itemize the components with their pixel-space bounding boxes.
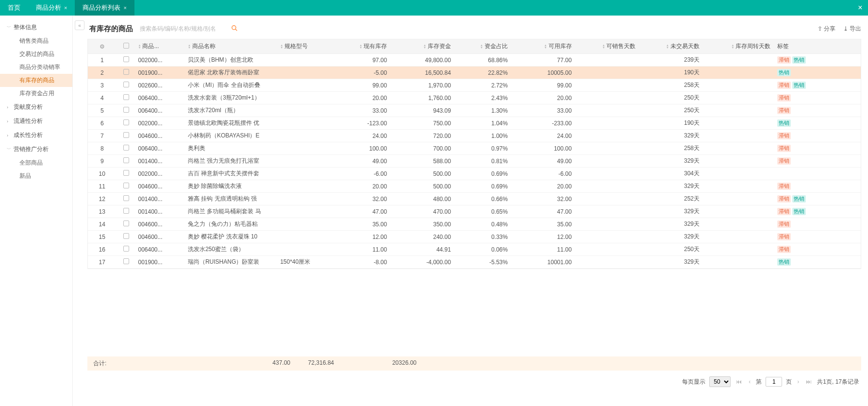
row-checkbox[interactable]: [123, 69, 129, 75]
column-header[interactable]: 标签: [775, 39, 861, 54]
page-first-icon[interactable]: ⏮: [734, 378, 743, 385]
row-checkbox[interactable]: [123, 132, 129, 138]
column-header[interactable]: ▲▼商品...: [136, 39, 185, 54]
sidebar-item[interactable]: 销售类商品: [0, 34, 72, 48]
sidebar-group[interactable]: ﹀营销推广分析: [0, 142, 72, 156]
table-row[interactable]: 12001400...雅高 挂钩 无痕透明粘钩 强32.00480.000.66…: [88, 193, 861, 205]
page-input[interactable]: [766, 377, 782, 387]
tab-close-icon[interactable]: ×: [64, 5, 67, 11]
row-checkbox[interactable]: [123, 94, 129, 100]
sidebar-item[interactable]: 全部商品: [0, 156, 72, 169]
cell-avail: 11.00: [513, 243, 577, 256]
sort-icon[interactable]: ▲▼: [480, 44, 483, 49]
column-header[interactable]: ⚙: [88, 39, 117, 54]
sidebar-item[interactable]: 新品: [0, 169, 72, 183]
search-input[interactable]: [140, 25, 227, 32]
tab-close-icon[interactable]: ×: [123, 5, 126, 11]
sidebar-item[interactable]: 商品分类动销率: [0, 61, 72, 74]
tab-商品分析列表[interactable]: 商品分析列表×: [75, 0, 134, 16]
export-button[interactable]: ⤓ 导出: [843, 25, 861, 33]
column-header[interactable]: ▲▼库存周转天数: [704, 39, 775, 54]
per-page-select[interactable]: 50: [709, 376, 731, 387]
cell-selld: [577, 67, 641, 79]
table-row[interactable]: 11004600...奥妙 除菌除螨洗衣液20.00500.000.69%20.…: [88, 180, 861, 193]
column-header[interactable]: ▲▼库存资金: [392, 39, 456, 54]
table-row[interactable]: 10002000...吉百 禅意新中式玄关摆件套-6.00500.000.69%…: [88, 168, 861, 180]
row-checkbox[interactable]: [123, 208, 129, 214]
cell-notrade: 329天: [640, 231, 704, 243]
table-row[interactable]: 15004600...奥妙 樱花柔护 洗衣凝珠 1012.00240.000.3…: [88, 231, 861, 243]
sidebar-group[interactable]: ›成长性分析: [0, 128, 72, 142]
sort-icon[interactable]: ▲▼: [602, 44, 605, 49]
column-header[interactable]: ▲▼规格型号: [278, 39, 335, 54]
column-header[interactable]: ▲▼可销售天数: [577, 39, 641, 54]
sort-icon[interactable]: ▲▼: [666, 44, 669, 49]
table-row[interactable]: 3002600...小米（MI）雨伞 全自动折叠99.001,970.002.7…: [88, 79, 861, 92]
sidebar-group[interactable]: ›流通性分析: [0, 114, 72, 128]
share-button[interactable]: ⇪ 分享: [818, 25, 835, 33]
row-checkbox[interactable]: [123, 107, 129, 113]
sort-icon[interactable]: ▲▼: [423, 44, 426, 49]
summary-avail: 20326.00: [334, 359, 417, 368]
cell-tags: 滞销: [775, 231, 861, 243]
table-row[interactable]: 9001400...尚格兰 强力无痕免打孔浴室49.00588.000.81%4…: [88, 155, 861, 168]
sidebar-group[interactable]: ›贡献度分析: [0, 100, 72, 114]
table-row[interactable]: 2001900...偌思家 北欧客厅装饰画卧室-5.0016,500.8422.…: [88, 67, 861, 79]
row-checkbox[interactable]: [123, 56, 129, 62]
table-row[interactable]: 16006400...洗发水250蜜兰（袋）11.0044.910.06%11.…: [88, 243, 861, 256]
column-header[interactable]: ▲▼资金占比: [456, 39, 513, 54]
search-icon[interactable]: [231, 25, 238, 33]
row-checkbox[interactable]: [123, 195, 129, 201]
sidebar-group[interactable]: ﹀整体信息: [0, 20, 72, 34]
cell-avail: 100.00: [513, 142, 577, 155]
sort-icon[interactable]: ▲▼: [188, 44, 191, 49]
sort-icon[interactable]: ▲▼: [544, 44, 547, 49]
table-row[interactable]: 17001900...瑞尚（RUISHANG）卧室装150*40厘米-8.00-…: [88, 256, 861, 269]
page-last-icon[interactable]: ⏭: [804, 378, 813, 385]
table-row[interactable]: 6002000...景德镇北欧陶瓷花瓶摆件 优-123.00750.001.04…: [88, 117, 861, 130]
page-prev-icon[interactable]: ‹: [747, 378, 752, 385]
sidebar-group-label: 贡献度分析: [14, 103, 43, 111]
sidebar-item[interactable]: 交易过的商品: [0, 48, 72, 61]
row-checkbox[interactable]: [123, 170, 129, 176]
sort-icon[interactable]: ▲▼: [138, 44, 141, 49]
cell-fund: 350.00: [392, 218, 456, 231]
table-row[interactable]: 4006400...洗发水套装（3瓶720ml+1）20.001,760.002…: [88, 92, 861, 104]
column-header[interactable]: ▲▼商品名称: [186, 39, 278, 54]
close-all-icon[interactable]: ×: [852, 0, 868, 16]
tab-首页[interactable]: 首页: [0, 0, 28, 16]
gear-icon[interactable]: ⚙: [100, 43, 105, 50]
cell-stock: -8.00: [335, 256, 392, 269]
sort-icon[interactable]: ▲▼: [359, 44, 362, 49]
cell-spec: [278, 92, 335, 104]
column-header[interactable]: [117, 39, 136, 54]
row-checkbox[interactable]: [123, 258, 129, 264]
table-row[interactable]: 14004600...兔之力（兔の力）粘毛器粘35.00350.000.48%3…: [88, 218, 861, 231]
table-row[interactable]: 13001400...尚格兰 多功能马桶刷套装 马47.00470.000.65…: [88, 205, 861, 218]
tab-商品分析[interactable]: 商品分析×: [28, 0, 75, 16]
sort-icon[interactable]: ▲▼: [731, 44, 734, 49]
checkbox-all[interactable]: [123, 43, 129, 49]
table-row[interactable]: 8006400...奥利奥100.00700.000.97%100.00258天…: [88, 142, 861, 155]
row-checkbox[interactable]: [123, 119, 129, 125]
table-row[interactable]: 5006400...洗发水720ml（瓶）33.00943.091.30%33.…: [88, 104, 861, 117]
sidebar-item[interactable]: 有库存的商品: [0, 74, 72, 87]
cell-code: 004600...: [136, 231, 185, 243]
row-checkbox[interactable]: [123, 145, 129, 151]
table-row[interactable]: 1002000...贝汉美（BHM）创意北欧97.0049,800.0068.8…: [88, 54, 861, 67]
row-checkbox[interactable]: [123, 183, 129, 188]
sort-icon[interactable]: ▲▼: [280, 44, 283, 49]
row-checkbox[interactable]: [123, 220, 129, 226]
row-checkbox[interactable]: [123, 82, 129, 87]
sidebar-item[interactable]: 库存资金占用: [0, 87, 72, 100]
page-next-icon[interactable]: ›: [796, 378, 801, 385]
column-header[interactable]: ▲▼可用库存: [513, 39, 577, 54]
row-checkbox[interactable]: [123, 157, 129, 163]
cell-notrade: 250天: [640, 92, 704, 104]
column-header[interactable]: ▲▼未交易天数: [640, 39, 704, 54]
column-header[interactable]: ▲▼现有库存: [335, 39, 392, 54]
row-checkbox[interactable]: [123, 233, 129, 239]
row-checkbox[interactable]: [123, 246, 129, 252]
sidebar-collapse-icon[interactable]: «: [75, 20, 84, 30]
table-row[interactable]: 7004600...小林制药（KOBAYASHI）E24.00720.001.0…: [88, 130, 861, 142]
